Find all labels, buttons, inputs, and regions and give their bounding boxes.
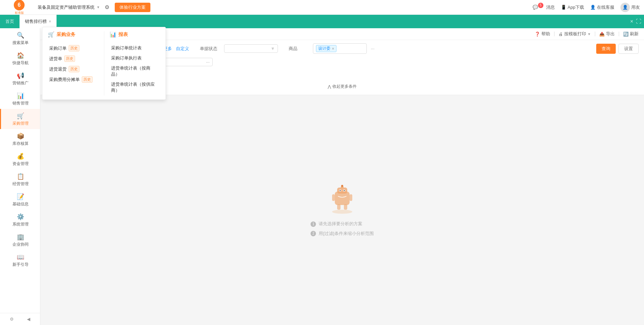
dropdown-item-return[interactable]: 进货退货 历史 (48, 64, 99, 74)
svg-rect-12 (344, 204, 347, 210)
tab-close-icon[interactable]: × (49, 19, 51, 24)
enterprise-icon: 🏢 (17, 233, 24, 241)
tabbar-expand-icon[interactable]: ⛶ (636, 18, 641, 25)
purchase-dropdown-menu: 🛒 采购业务 采购订单 历史 进货单 历史 进货退货 历史 采购费用分摊单 历史… (42, 27, 166, 100)
sidebar-item-guide[interactable]: 📖 新手引导 (0, 250, 40, 270)
dropdown-item-label: 进货退货 (49, 66, 67, 72)
topbar-right: 💬 5 消息 📱 App下载 👤 在线客服 👤 用友 (533, 3, 640, 12)
service-icon: 👤 (590, 5, 596, 10)
query-button[interactable]: 查询 (596, 44, 616, 54)
status-dropdown-icon: ▼ (271, 46, 275, 51)
print-item[interactable]: 🖨 按模板打印 ▼ (559, 31, 591, 37)
sidebar-item-enterprise[interactable]: 🏢 企业协同 (0, 230, 40, 250)
purchase-icon: 🛒 (17, 112, 24, 120)
settings-button[interactable]: 设置 (618, 44, 639, 54)
logo: 6 标准版 (4, 0, 34, 15)
goods-tag-remove[interactable]: × (332, 46, 334, 51)
sidebar-item-label: 采购管理 (12, 121, 29, 126)
status-input[interactable]: ▼ (224, 44, 278, 53)
sidebar-item-system[interactable]: ⚙️ 系统管理 (0, 210, 40, 230)
dropdown-col1-title-label: 采购业务 (57, 32, 75, 38)
trial-button[interactable]: 体验行业方案 (115, 3, 150, 12)
print-icon: 🖨 (559, 32, 563, 37)
collapse-label: 收起更多条件 (332, 84, 357, 89)
export-item[interactable]: 📤 导出 (599, 31, 615, 37)
dropdown-item-label: 进货单统计表（按商品） (111, 65, 159, 77)
salesperson-input[interactable]: ··· (159, 58, 213, 66)
dropdown-item-inbound[interactable]: 进货单 历史 (48, 53, 99, 64)
print-dropdown-icon[interactable]: ▼ (587, 32, 591, 36)
dropdown-item-inbound-by-supplier[interactable]: 进货单统计表（按供应商） (110, 79, 160, 95)
tab-home-label: 首页 (5, 18, 14, 25)
dropdown-item-label: 采购订单执行表 (111, 55, 142, 61)
dropdown-item-order-stat[interactable]: 采购订单统计表 (110, 43, 160, 53)
settings-icon[interactable]: ⚙ (105, 4, 109, 10)
sidebar-item-label: 新手引导 (12, 262, 29, 268)
goods-input[interactable]: 设计委 × (313, 43, 367, 54)
sidebar-item-quick-nav[interactable]: 🏠 快捷导航 (0, 48, 40, 69)
toolbar-divider3 (619, 32, 619, 36)
tab-sales-rank[interactable]: 销售排行榜 × (20, 15, 57, 28)
report-col-icon: 📊 (110, 31, 116, 38)
system-name: 装备及固定资产辅助管理系统 (38, 4, 95, 10)
help-icon: ❓ (535, 32, 540, 37)
dropdown-col2-title: 📊 报表 (110, 31, 160, 40)
app-download-item[interactable]: 📱 App下载 (561, 4, 584, 10)
collapse-up-icon: ⋀ (328, 84, 331, 89)
sales-icon: 📊 (17, 92, 24, 99)
sidebar-item-label: 基础信息 (12, 201, 29, 207)
phone-icon: 📱 (561, 5, 566, 10)
svg-point-8 (341, 185, 343, 187)
messages-item[interactable]: 💬 5 消息 (533, 4, 555, 10)
salesperson-more[interactable]: ··· (206, 59, 210, 65)
sidebar-item-finance[interactable]: 💰 资金管理 (0, 149, 40, 169)
online-service-item[interactable]: 👤 在线客服 (590, 4, 614, 10)
date-shortcut-custom[interactable]: 自定义 (176, 46, 189, 52)
help-item[interactable]: ❓ 帮助 (535, 31, 550, 37)
svg-point-6 (344, 190, 345, 191)
dropdown-item-order-exec[interactable]: 采购订单执行表 (110, 53, 160, 63)
filter-actions: 查询 设置 (596, 44, 639, 54)
dropdown-col1-title: 🛒 采购业务 (48, 31, 99, 40)
sidebar-item-inventory[interactable]: 📦 库存核算 (0, 129, 40, 149)
export-icon: 📤 (599, 32, 605, 37)
user-item[interactable]: 👤 用友 (620, 3, 640, 12)
sidebar-item-purchase[interactable]: 🛒 采购管理 (0, 109, 40, 129)
topbar: 6 标准版 装备及固定资产辅助管理系统 ▼ ⚙ 体验行业方案 💬 5 消息 📱 … (0, 0, 644, 15)
sidebar-item-marketing[interactable]: 📢 营销推广 (0, 69, 40, 89)
svg-rect-9 (332, 194, 335, 201)
logo-icon: 6 (14, 0, 25, 10)
sidebar-item-operation[interactable]: 📋 经营管理 (0, 169, 40, 190)
refresh-label: 刷新 (630, 31, 639, 37)
dropdown-item-expense[interactable]: 采购费用分摊单 历史 (48, 74, 99, 85)
finance-icon: 💰 (17, 153, 24, 160)
refresh-icon: 🔄 (623, 32, 629, 37)
dropdown-item-label: 进货单 (49, 56, 62, 62)
tab-home[interactable]: 首页 (0, 15, 20, 28)
sidebar-item-basic-info[interactable]: 📝 基础信息 (0, 190, 40, 210)
sidebar-item-label: 快捷导航 (12, 60, 29, 66)
tabbar: 首页 销售排行榜 × × ⛶ (0, 15, 644, 28)
empty-icon (325, 181, 359, 215)
empty-state: 1 请先选择要分析的方案 2 用[过滤]条件来缩小分析范围 (40, 95, 644, 325)
sidebar-item-search-menu[interactable]: 🔍 搜索菜单 (0, 28, 40, 48)
dropdown-col2-title-label: 报表 (118, 32, 128, 38)
help-label: 帮助 (541, 31, 550, 37)
marketing-icon: 📢 (17, 72, 24, 79)
message-label: 消息 (546, 4, 555, 10)
tabbar-close-icon[interactable]: × (630, 18, 633, 25)
dropdown-item-inbound-by-goods[interactable]: 进货单统计表（按商品） (110, 63, 160, 79)
user-avatar: 👤 (620, 3, 630, 12)
empty-hint-1: 请先选择要分析的方案 (319, 219, 362, 229)
sidebar-item-sales[interactable]: 📊 销售管理 (0, 89, 40, 109)
history-tag-1: 历史 (69, 45, 79, 51)
svg-rect-10 (350, 194, 352, 201)
dropdown-item-label: 采购费用分摊单 (49, 77, 80, 83)
goods-more-icon[interactable]: ··· (371, 46, 374, 51)
dropdown-item-purchase-order[interactable]: 采购订单 历史 (48, 43, 99, 53)
sidebar-settings-icon[interactable]: ⚙ (10, 317, 14, 322)
system-dropdown-arrow[interactable]: ▼ (97, 5, 100, 9)
goods-tag: 设计委 × (316, 45, 336, 52)
sidebar-collapse-icon[interactable]: ◀ (27, 317, 30, 322)
refresh-item[interactable]: 🔄 刷新 (623, 31, 639, 37)
